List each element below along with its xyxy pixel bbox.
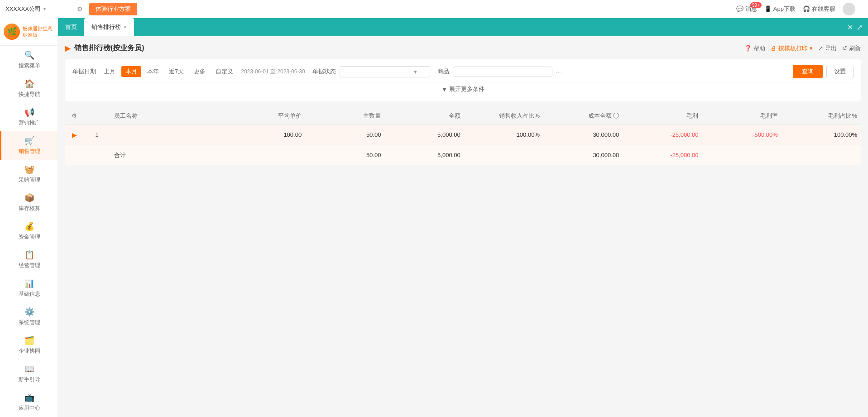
system-icon: ⚙️: [24, 307, 34, 317]
sidebar-item-system[interactable]: ⚙️ 系统管理: [0, 302, 58, 331]
sidebar-item-sales-label: 销售管理: [19, 148, 40, 155]
operations-icon: 📋: [24, 250, 34, 260]
tab-bar: 首页 销售排行榜 × ✕ ⤢: [58, 18, 868, 36]
sidebar: 🌿 畅康通好生意标准版 🔍 搜索菜单 🏠 快捷导航 📢 营销推广 🛒 销售管理 …: [0, 18, 58, 417]
main-layout: 🌿 畅康通好生意标准版 🔍 搜索菜单 🏠 快捷导航 📢 营销推广 🛒 销售管理 …: [0, 18, 868, 417]
date-label: 单据日期: [72, 67, 96, 76]
refresh-button[interactable]: ↺ 刷新: [842, 44, 861, 53]
basic-info-icon: 📊: [24, 278, 34, 288]
home-icon: 🏠: [24, 79, 34, 89]
avatar[interactable]: [843, 3, 855, 15]
expand-arrow-icon[interactable]: ▶: [65, 44, 71, 53]
print-button[interactable]: 🖨 按模板打印 ▾: [771, 44, 813, 53]
filter-ellipsis[interactable]: ···: [556, 68, 561, 75]
sidebar-item-operations-label: 经营管理: [19, 262, 40, 269]
col-header-gross: 毛利: [623, 112, 702, 120]
goods-search-input[interactable]: [457, 68, 548, 75]
app-icon: 📱: [764, 5, 772, 12]
footer-qty: 50.00: [305, 152, 384, 158]
content-area: 首页 销售排行榜 × ✕ ⤢ ▶ 销售排行榜(按业务员) ❓ 帮助: [58, 18, 868, 417]
sidebar-item-search[interactable]: 🔍 搜索菜单: [0, 46, 58, 74]
company-name: XXXXXX公司: [5, 5, 41, 13]
sidebar-item-system-label: 系统管理: [19, 319, 40, 326]
enterprise-icon: 🗂️: [24, 336, 34, 345]
tab-close-window-icon[interactable]: ✕: [847, 23, 853, 32]
online-service-button[interactable]: 🎧 在线客服: [803, 5, 835, 13]
footer-gross: -25,000.00: [623, 152, 702, 158]
sidebar-item-guide-label: 新手引导: [19, 376, 40, 383]
date-tab-this-year[interactable]: 本年: [143, 66, 163, 77]
set-button[interactable]: 设置: [826, 65, 854, 78]
company-dropdown-arrow: ▾: [43, 6, 46, 11]
date-tab-last-month[interactable]: 上月: [100, 66, 120, 77]
page-title: 销售排行榜(按业务员): [74, 43, 144, 53]
app-download-button[interactable]: 📱 App下载: [764, 5, 796, 13]
sidebar-item-basic-info[interactable]: 📊 基础信息: [0, 274, 58, 302]
sidebar-item-inventory[interactable]: 📦 库存核算: [0, 188, 58, 217]
date-tab-this-month[interactable]: 本月: [121, 66, 141, 77]
row-gross-rate: -500.00%: [702, 131, 781, 138]
row-amount: 5,000.00: [384, 131, 464, 138]
expand-row: ▼ 展开更多条件: [72, 82, 854, 96]
sidebar-item-finance[interactable]: 💰 资金管理: [0, 217, 58, 245]
status-select[interactable]: ▾: [340, 66, 430, 77]
sidebar-item-marketing-label: 营销推广: [19, 119, 40, 127]
sidebar-item-enterprise-label: 企业协同: [19, 347, 40, 355]
sidebar-item-finance-label: 资金管理: [19, 233, 40, 241]
query-button[interactable]: 查询: [793, 65, 823, 78]
data-table: ⚙ 员工名称 平均单价 主数量 全额 销售收入占比%: [65, 107, 861, 165]
col-header-amount: 全额: [384, 112, 464, 120]
topbar-right: 💬 消息 99+ 📱 App下载 🎧 在线客服: [736, 3, 863, 15]
sidebar-item-app-center[interactable]: 📺 应用中心: [0, 388, 58, 417]
trial-button[interactable]: 体验行业方案: [89, 3, 137, 15]
settings-icon[interactable]: ⚙: [77, 5, 83, 13]
date-tab-custom[interactable]: 自定义: [211, 66, 237, 77]
inventory-icon: 📦: [24, 193, 34, 203]
date-tab-more[interactable]: 更多: [190, 66, 210, 77]
row-settings[interactable]: ▶: [65, 131, 83, 139]
col-header-settings[interactable]: ⚙: [65, 112, 83, 119]
message-button[interactable]: 💬 消息 99+: [736, 5, 757, 13]
sidebar-item-guide[interactable]: 📖 新手引导: [0, 359, 58, 388]
logo-icon: 🌿: [4, 24, 20, 40]
sidebar-item-sales[interactable]: 🛒 销售管理: [0, 131, 58, 160]
sidebar-item-app-center-label: 应用中心: [19, 404, 40, 412]
date-tab-7days[interactable]: 近7天: [165, 66, 188, 77]
logo-text: 畅康通好生意标准版: [23, 25, 53, 38]
page-actions: ❓ 帮助 🖨 按模板打印 ▾ ↗ 导出 ↺ 刷新: [744, 44, 861, 53]
guide-icon: 📖: [24, 364, 34, 374]
tab-home[interactable]: 首页: [58, 18, 84, 36]
col-header-gross-pct: 毛利占比%: [782, 112, 861, 120]
row-avg-price: 100.00: [226, 131, 305, 138]
tab-close-icon[interactable]: ×: [124, 24, 127, 30]
expand-conditions-button[interactable]: ▼ 展开更多条件: [441, 85, 484, 93]
sidebar-item-search-label: 搜索菜单: [19, 62, 40, 70]
row-gross-pct: 100.00%: [782, 131, 861, 138]
topbar: XXXXXX公司 ▾ ⚙ 体验行业方案 💬 消息 99+ 📱 App下载 🎧 在…: [0, 0, 868, 18]
sidebar-item-quicknav-label: 快捷导航: [19, 91, 40, 98]
tab-maximize-icon[interactable]: ⤢: [857, 23, 863, 32]
tab-home-label: 首页: [65, 23, 77, 31]
row-gross: -25,000.00: [623, 131, 702, 138]
sidebar-item-inventory-label: 库存核算: [19, 205, 40, 212]
page-content: ▶ 销售排行榜(按业务员) ❓ 帮助 🖨 按模板打印 ▾ ↗ 导出: [58, 36, 868, 417]
company-selector[interactable]: XXXXXX公司 ▾: [5, 5, 73, 13]
status-label: 单据状态: [312, 67, 336, 76]
col-header-sales-pct: 销售收入占比%: [464, 112, 543, 120]
goods-filter: 商品 ···: [437, 67, 561, 77]
sidebar-item-enterprise[interactable]: 🗂️ 企业协同: [0, 331, 58, 359]
status-dropdown-arrow: ▾: [414, 68, 417, 75]
sidebar-item-marketing[interactable]: 📢 营销推广: [0, 103, 58, 131]
footer-label: 合计: [110, 151, 226, 159]
purchase-icon: 🧺: [24, 164, 34, 174]
sidebar-item-quicknav[interactable]: 🏠 快捷导航: [0, 74, 58, 103]
sidebar-item-operations[interactable]: 📋 经营管理: [0, 245, 58, 274]
help-button[interactable]: ❓ 帮助: [744, 44, 765, 53]
tab-sales-ranking[interactable]: 销售排行榜 ×: [84, 18, 134, 36]
sidebar-logo: 🌿 畅康通好生意标准版: [0, 18, 58, 46]
row-cost: 30,000.00: [543, 131, 623, 138]
app-center-icon: 📺: [24, 393, 34, 403]
sidebar-item-purchase[interactable]: 🧺 采购管理: [0, 160, 58, 188]
export-button[interactable]: ↗ 导出: [818, 44, 837, 53]
tab-bar-right: ✕ ⤢: [847, 23, 868, 32]
